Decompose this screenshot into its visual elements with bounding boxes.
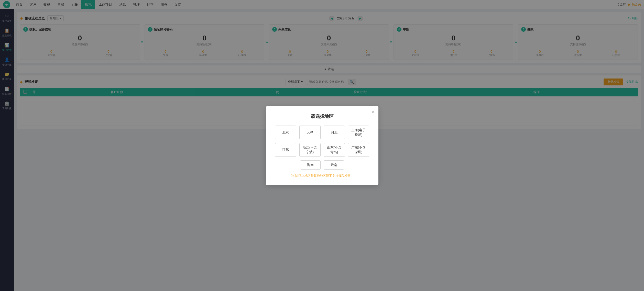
region-btn-guangdong[interactable]: 广东(不含深圳): [348, 143, 369, 157]
region-btn-yunnan[interactable]: 云南: [324, 160, 344, 170]
modal-regions-row1: 北京 天津 河北 上海(电子税局): [275, 126, 369, 139]
modal-close-button[interactable]: ✕: [371, 110, 374, 115]
region-btn-shanghai[interactable]: 上海(电子税局): [348, 126, 369, 139]
warning-text: 除以上地区外其他地区暂不支持报税检查！: [295, 174, 354, 178]
warning-icon: ⓘ: [291, 174, 294, 178]
region-btn-shandong[interactable]: 山东(不含青岛): [324, 143, 345, 157]
region-btn-jiangsu[interactable]: 江苏: [275, 143, 296, 157]
region-btn-hebei[interactable]: 河北: [324, 126, 345, 139]
region-btn-hainan[interactable]: 海南: [300, 160, 321, 170]
modal-regions-row3: 海南 云南: [275, 160, 369, 170]
modal-title: 请选择地区: [275, 113, 369, 119]
region-btn-beijing[interactable]: 北京: [275, 126, 296, 139]
modal-overlay[interactable]: ✕ 请选择地区 北京 天津 河北 上海(电子税局) 江苏 浙江(不含宁波) 山东…: [0, 0, 644, 291]
region-btn-tianjin[interactable]: 天津: [299, 126, 321, 139]
modal-warning: ⓘ 除以上地区外其他地区暂不支持报税检查！: [275, 174, 369, 178]
region-select-modal: ✕ 请选择地区 北京 天津 河北 上海(电子税局) 江苏 浙江(不含宁波) 山东…: [266, 106, 378, 185]
modal-regions-row2: 江苏 浙江(不含宁波) 山东(不含青岛) 广东(不含深圳): [275, 143, 369, 157]
region-btn-zhejiang[interactable]: 浙江(不含宁波): [299, 143, 321, 157]
